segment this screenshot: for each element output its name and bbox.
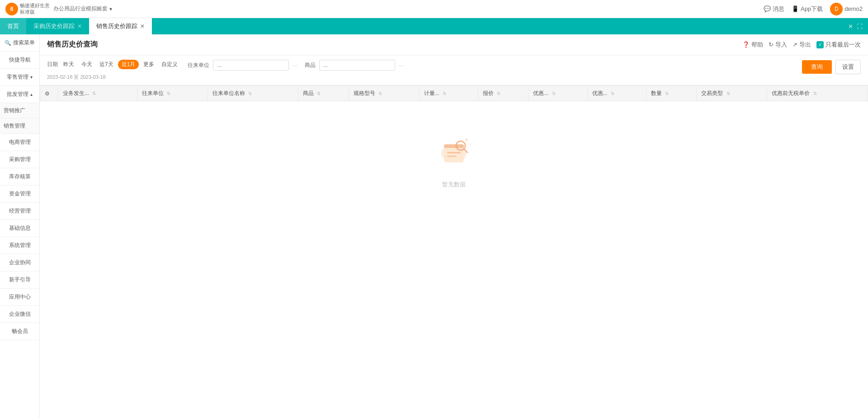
svg-rect-4 [447, 156, 456, 157]
tab-close-sales[interactable]: ✕ [140, 23, 145, 29]
sort-icon: ⇅ [92, 91, 96, 96]
sidebar-item-new-guide[interactable]: 新手引导 [0, 271, 39, 289]
export-icon: ↗ [793, 41, 797, 48]
tab-sales-history[interactable]: 销售历史价跟踪 ✕ [89, 18, 152, 34]
close-window-icon[interactable]: ✕ [848, 23, 853, 30]
tab-bar-right: ✕ ⛶ [843, 23, 868, 30]
chevron-down-icon: ▾ [30, 75, 33, 80]
sidebar-item-wholesale-mgmt[interactable]: 批发管理 ▴ [0, 86, 39, 103]
workspace-selector[interactable]: 办公用品行业模拟账套 ▾ [53, 5, 112, 13]
counterpart-picker-icon[interactable]: ··· [292, 62, 297, 69]
maximize-icon[interactable]: ⛶ [857, 23, 863, 30]
sidebar-item-basic-info[interactable]: 基础信息 [0, 220, 39, 237]
message-button[interactable]: 💬 消息 [764, 5, 784, 13]
sidebar-item-ecommerce-mgmt[interactable]: 电商管理 [0, 134, 39, 151]
col-discount2[interactable]: 优惠... ⇅ [587, 86, 646, 101]
checkbox-icon: ✓ [816, 41, 824, 48]
import-icon: ↻ [769, 41, 774, 48]
counterpart-filter-group: 往来单位 ··· [188, 60, 297, 71]
date-range-display: 2023-02-18 至 2023-03-18 [47, 74, 106, 81]
help-button[interactable]: ❓ 帮助 [742, 41, 763, 49]
tab-purchase-history[interactable]: 采购历史价跟踪 ✕ [26, 18, 89, 34]
help-icon: ❓ [742, 41, 750, 48]
sidebar-item-sales-mgmt[interactable]: 销售管理 [0, 119, 39, 134]
filter-bar: 日期 昨天 今天 近7天 近1月 更多 自定义 2023-02-18 至 202… [40, 55, 868, 86]
only-latest-toggle[interactable]: ✓ 只看最后一次 [816, 41, 861, 49]
counterpart-input[interactable] [213, 60, 289, 71]
sidebar-item-retail-mgmt[interactable]: 零售管理 ▾ [0, 69, 39, 86]
date-option-today[interactable]: 今天 [79, 60, 95, 69]
empty-state: 暂无数据 [40, 101, 868, 216]
tab-home[interactable]: 首页 [0, 18, 26, 34]
goods-label: 商品 [305, 62, 316, 69]
date-option-last7days[interactable]: 近7天 [97, 60, 116, 69]
top-bar: 6 畅捷通好生意 标准版 办公用品行业模拟账套 ▾ 💬 消息 📱 App下载 D… [0, 0, 868, 18]
sort-icon: ⇅ [611, 91, 614, 96]
sidebar-item-inventory[interactable]: 库存核算 [0, 168, 39, 185]
sort-icon: ⇅ [726, 91, 730, 96]
query-button[interactable]: 查询 [802, 60, 832, 74]
svg-rect-3 [447, 152, 461, 153]
message-icon: 💬 [764, 5, 771, 12]
svg-point-7 [465, 138, 468, 141]
counterpart-label: 往来单位 [188, 62, 209, 69]
search-icon: 🔍 [5, 40, 11, 46]
user-menu[interactable]: D demo2 [830, 3, 863, 15]
date-options: 昨天 今天 近7天 近1月 更多 自定义 [61, 60, 180, 69]
goods-picker-icon[interactable]: ··· [399, 62, 404, 69]
filter-actions: 查询 设置 [802, 60, 861, 74]
data-table: ⚙ 业务发生... ⇅ 往来单位 ⇅ 往来单位名称 ⇅ 商品 ⇅ [40, 86, 868, 101]
sidebar-item-ops-mgmt[interactable]: 经营管理 [0, 203, 39, 220]
sidebar-item-system-mgmt[interactable]: 系统管理 [0, 237, 39, 254]
sidebar-item-enterprise-wechat[interactable]: 企业微信 [0, 306, 39, 323]
top-bar-right: 💬 消息 📱 App下载 D demo2 [764, 3, 863, 15]
settings-icon: ⚙ [45, 90, 50, 97]
sort-icon: ⇅ [665, 91, 669, 96]
col-unit[interactable]: 计量... ⇅ [419, 86, 478, 101]
goods-input[interactable] [319, 60, 395, 71]
date-option-last1month[interactable]: 近1月 [118, 60, 139, 69]
tab-bar: 首页 采购历史价跟踪 ✕ 销售历史价跟踪 ✕ ✕ ⛶ [0, 18, 868, 34]
sidebar-item-finance-mgmt[interactable]: 资金管理 [0, 185, 39, 203]
date-option-custom[interactable]: 自定义 [159, 60, 180, 69]
date-filter-group: 日期 昨天 今天 近7天 近1月 更多 自定义 2023-02-18 至 202… [47, 60, 180, 81]
export-button[interactable]: ↗ 导出 [793, 41, 811, 49]
tab-close-purchase[interactable]: ✕ [77, 23, 82, 29]
avatar: D [830, 3, 843, 15]
col-goods[interactable]: 商品 ⇅ [298, 86, 349, 101]
app-download-button[interactable]: 📱 App下载 [792, 5, 823, 13]
sort-icon: ⇅ [497, 91, 500, 96]
col-spec[interactable]: 规格型号 ⇅ [349, 86, 419, 101]
col-trade-type[interactable]: 交易类型 ⇅ [697, 86, 767, 101]
sidebar-item-search-menu[interactable]: 🔍 搜索菜单 [0, 34, 39, 52]
sort-icon: ⇅ [167, 91, 170, 96]
page-header: 销售历史价查询 ❓ 帮助 ↻ 导入 ↗ 导出 ✓ [40, 34, 868, 55]
date-option-more[interactable]: 更多 [141, 60, 157, 69]
empty-text: 暂无数据 [442, 180, 466, 189]
col-counterpart-code[interactable]: 往来单位 ⇅ [137, 86, 208, 101]
col-quantity[interactable]: 数量 ⇅ [646, 86, 697, 101]
col-discount1[interactable]: 优惠... ⇅ [528, 86, 587, 101]
import-button[interactable]: ↻ 导入 [769, 41, 787, 49]
sidebar-item-member[interactable]: 畅会员 [0, 323, 39, 340]
col-pre-discount-price[interactable]: 优惠前无税单价 ⇅ [767, 86, 868, 101]
sidebar-item-quick-nav[interactable]: 快捷导航 [0, 52, 39, 69]
col-quote-price[interactable]: 报价 ⇅ [478, 86, 528, 101]
chevron-down-icon: ▾ [109, 6, 112, 12]
sidebar: 🔍 搜索菜单 快捷导航 零售管理 ▾ 批发管理 ▴ 营销推广 销售管理 电商管理… [0, 34, 40, 418]
col-settings[interactable]: ⚙ [40, 86, 58, 101]
sidebar-item-enterprise-collab[interactable]: 企业协同 [0, 254, 39, 271]
sidebar-item-marketing[interactable]: 营销推广 [0, 103, 39, 119]
download-icon: 📱 [792, 5, 799, 12]
table-header-row: ⚙ 业务发生... ⇅ 往来单位 ⇅ 往来单位名称 ⇅ 商品 ⇅ [40, 86, 868, 101]
sidebar-item-purchase-mgmt[interactable]: 采购管理 [0, 151, 39, 168]
page-actions: ❓ 帮助 ↻ 导入 ↗ 导出 ✓ 只看最后一次 [742, 41, 861, 49]
goods-filter-group: 商品 ··· [305, 60, 404, 71]
sort-icon: ⇅ [552, 91, 556, 96]
col-biz-date[interactable]: 业务发生... ⇅ [58, 86, 137, 101]
settings-button[interactable]: 设置 [835, 60, 861, 74]
date-option-yesterday[interactable]: 昨天 [61, 60, 77, 69]
col-counterpart-name[interactable]: 往来单位名称 ⇅ [208, 86, 298, 101]
sidebar-item-app-center[interactable]: 应用中心 [0, 289, 39, 306]
svg-rect-2 [444, 144, 464, 148]
